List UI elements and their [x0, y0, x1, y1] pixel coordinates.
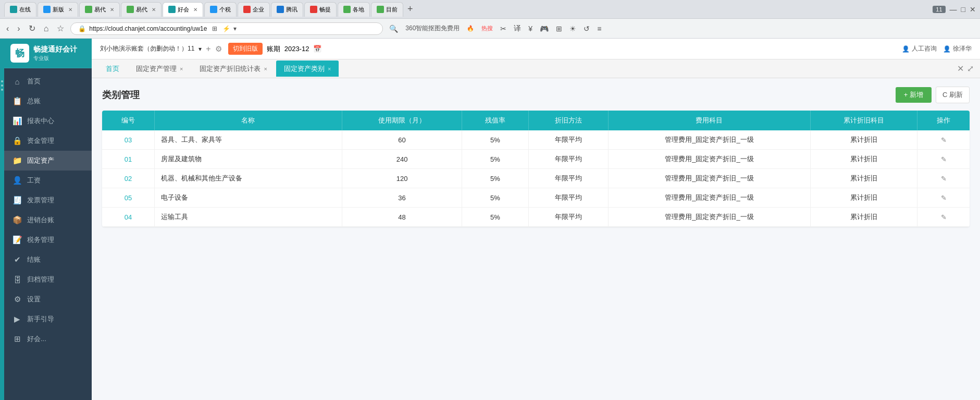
dropdown-icon[interactable]: ▾: [233, 25, 237, 32]
browser-tab-2[interactable]: 新版 ✕: [38, 2, 78, 17]
reload-button[interactable]: ↻: [27, 21, 38, 35]
add-account-icon[interactable]: +: [206, 44, 210, 54]
settings-nav-icon: ⚙: [13, 295, 22, 304]
row2-residual: 5%: [462, 150, 528, 169]
tab-close-4[interactable]: ✕: [152, 7, 156, 13]
window-minimize[interactable]: —: [950, 5, 957, 14]
row5-residual: 5%: [462, 208, 528, 227]
browser-tab-9[interactable]: 畅提: [304, 2, 337, 17]
row1-accumulate: 累计折旧: [811, 130, 917, 150]
home-button[interactable]: ⌂: [42, 22, 51, 35]
row3-edit-icon[interactable]: ✎: [941, 175, 947, 183]
row4-edit-icon[interactable]: ✎: [941, 194, 947, 202]
page-tab-depreciation[interactable]: 固定资产折旧统计表 ×: [192, 60, 275, 77]
row2-op[interactable]: ✎: [917, 150, 970, 169]
browser-tab-3[interactable]: 易代 ✕: [79, 2, 120, 17]
payroll-nav-icon: 👤: [13, 176, 22, 185]
sidebar-item-archive[interactable]: 🗄 归档管理: [4, 270, 92, 289]
wallet-icon[interactable]: ¥: [526, 23, 535, 34]
header-actions: + 新增 C 刷新: [896, 87, 970, 103]
browser-tab-5[interactable]: 好会 ✕: [163, 2, 203, 17]
sidebar-item-invoice[interactable]: 🧾 发票管理: [4, 190, 92, 210]
service-icon: 👤: [902, 45, 910, 53]
page-tab-fixed-mgmt-close[interactable]: ×: [180, 66, 183, 72]
sidebar-item-reports[interactable]: 📊 报表中心: [4, 111, 92, 131]
sidebar-item-inventory[interactable]: 📦 进销台账: [4, 210, 92, 230]
forward-button[interactable]: ›: [15, 22, 22, 35]
menu-icon[interactable]: ≡: [595, 23, 603, 34]
tab-close-3[interactable]: ✕: [110, 7, 114, 13]
tab-expand[interactable]: ⤢: [967, 64, 974, 74]
game-icon[interactable]: 🎮: [538, 23, 551, 34]
logo-text: 畅捷通好会计 专业版: [33, 44, 77, 62]
sidebar-item-settings[interactable]: ⚙ 设置: [4, 289, 92, 309]
sidebar-item-guide[interactable]: ▶ 新手引导: [4, 309, 92, 329]
row4-op[interactable]: ✎: [917, 188, 970, 208]
sidebar-item-home[interactable]: ⌂ 首页: [4, 71, 92, 91]
back-button[interactable]: ‹: [4, 22, 11, 35]
calendar-icon[interactable]: 📅: [313, 45, 321, 53]
account-dropdown-icon[interactable]: ▾: [199, 45, 202, 53]
browser-tab-4[interactable]: 易代 ✕: [121, 2, 162, 17]
th-op: 操作: [917, 111, 970, 130]
page-tab-category-close[interactable]: ×: [328, 66, 331, 72]
window-maximize[interactable]: □: [961, 5, 965, 14]
sidebar-item-closing[interactable]: ✔ 结账: [4, 250, 92, 270]
browser-tab-11[interactable]: 目前: [371, 2, 403, 17]
sidebar-item-tax-label: 税务管理: [27, 235, 54, 245]
browser-tab-6[interactable]: 个税: [204, 2, 237, 17]
sidebar-item-payroll[interactable]: 👤 工资: [4, 171, 92, 190]
page-tab-category[interactable]: 固定资产类别 ×: [276, 60, 339, 77]
scissors-icon[interactable]: ✂: [498, 23, 508, 34]
tab-close-2[interactable]: ✕: [68, 7, 72, 13]
translate-icon[interactable]: 译: [512, 23, 523, 34]
user-profile[interactable]: 👤 徐泽华: [943, 44, 972, 53]
bookmark-button[interactable]: ☆: [55, 21, 66, 35]
sidebar-item-home-label: 首页: [27, 77, 41, 86]
address-bar[interactable]: 🔒 https://cloud.chanjet.com/accounting/u…: [70, 22, 383, 35]
row1-edit-icon[interactable]: ✎: [941, 136, 947, 144]
row3-code[interactable]: 02: [102, 169, 154, 188]
row1-op[interactable]: ✎: [917, 130, 970, 150]
page-tab-depreciation-close[interactable]: ×: [264, 66, 267, 72]
invoice-nav-icon: 🧾: [13, 196, 22, 205]
sidebar-item-funds[interactable]: 🔒 资金管理: [4, 131, 92, 151]
tab-close-5[interactable]: ✕: [193, 7, 197, 13]
window-close[interactable]: ✕: [970, 5, 976, 14]
browser-tab-8[interactable]: 腾讯: [271, 2, 303, 17]
theme-icon[interactable]: ☀: [567, 23, 578, 34]
tab-close-window[interactable]: ✕: [957, 64, 964, 74]
browser-tab-7[interactable]: 企业: [238, 2, 270, 17]
page-tab-home[interactable]: 首页: [98, 60, 127, 77]
sidebar-item-fixed-assets[interactable]: 📁 固定资产: [4, 151, 92, 171]
table-row: 05 电子设备 36 5% 年限平均 管理费用_固定资产折旧_一级 累计折旧 ✎: [102, 188, 970, 208]
row2-code[interactable]: 01: [102, 150, 154, 169]
history-icon[interactable]: ↺: [581, 23, 592, 34]
row2-method: 年限平均: [528, 150, 608, 169]
row1-code[interactable]: 03: [102, 130, 154, 150]
service-button[interactable]: 👤 人工咨询: [902, 44, 937, 53]
refresh-button[interactable]: C 刷新: [936, 87, 970, 103]
row5-name: 运输工具: [154, 208, 342, 227]
new-tab-button[interactable]: +: [404, 4, 416, 15]
row2-edit-icon[interactable]: ✎: [941, 155, 947, 163]
grid-icon[interactable]: ⊞: [554, 23, 564, 34]
add-button[interactable]: + 新增: [896, 87, 932, 103]
settings-icon-top[interactable]: ⚙: [215, 44, 222, 54]
user-avatar-icon: 👤: [943, 45, 951, 53]
row5-code[interactable]: 04: [102, 208, 154, 227]
row3-op[interactable]: ✎: [917, 169, 970, 188]
row5-edit-icon[interactable]: ✎: [941, 213, 947, 221]
page-tab-fixed-mgmt[interactable]: 固定资产管理 ×: [128, 60, 191, 77]
browser-tab-10[interactable]: 各地: [338, 2, 370, 17]
browser-tab-1[interactable]: 在线: [4, 2, 36, 17]
row4-expense: 管理费用_固定资产折旧_一级: [608, 188, 811, 208]
row5-op[interactable]: ✎: [917, 208, 970, 227]
row4-code[interactable]: 05: [102, 188, 154, 208]
sidebar-item-tax[interactable]: 📝 税务管理: [4, 230, 92, 250]
sidebar-item-ledger[interactable]: 📋 总账: [4, 91, 92, 111]
hot-label: 🔥: [465, 24, 476, 33]
sidebar-item-more[interactable]: ⊞ 好会...: [4, 329, 92, 349]
old-version-button[interactable]: 切到旧版: [228, 43, 263, 55]
page-tab-depreciation-label: 固定资产折旧统计表: [200, 64, 260, 74]
